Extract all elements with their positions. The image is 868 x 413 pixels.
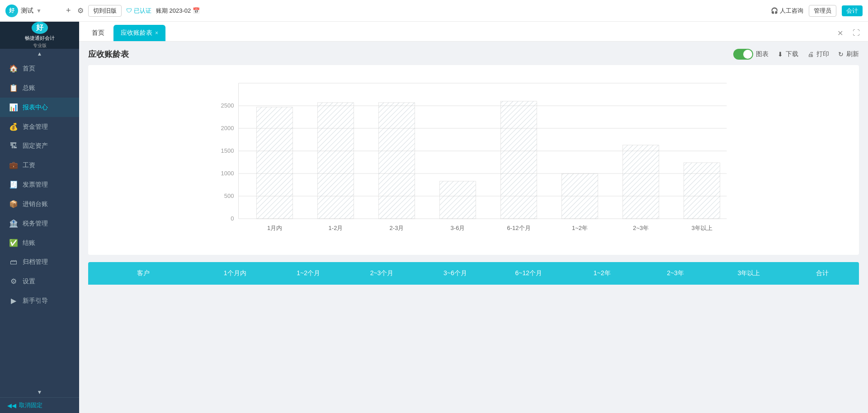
certified-badge: 🛡 已认证 xyxy=(126,7,151,15)
sidebar-item-label-reports: 报表中心 xyxy=(23,103,48,112)
toggle-switch[interactable] xyxy=(733,49,753,60)
tax-icon: 🏦 xyxy=(9,219,18,228)
sidebar-scroll-down[interactable]: ▼ xyxy=(0,387,79,397)
svg-text:1-2月: 1-2月 xyxy=(329,225,343,231)
svg-rect-29 xyxy=(684,163,720,219)
svg-rect-17 xyxy=(318,103,354,219)
sidebar-scroll-up[interactable]: ▲ xyxy=(0,49,79,59)
chart-toggle-label: 图表 xyxy=(756,50,769,58)
table-header-cell: 2~3个月 xyxy=(345,262,418,285)
refresh-icon: ↻ xyxy=(838,51,844,58)
company-arrow-icon: ▼ xyxy=(36,8,42,14)
tab-home[interactable]: 首页 xyxy=(85,25,112,41)
help-label: 人工咨询 xyxy=(780,7,803,15)
sidebar-nav: 🏠 首页 📋 总账 📊 报表中心 💰 资金管理 🏗 固定资产 💼 工资 🧾 发票… xyxy=(0,59,79,387)
chart-area: 0 500 1000 1500 2000 2500 xyxy=(97,74,850,246)
switch-old-version-button[interactable]: 切到旧版 xyxy=(88,5,122,17)
bar-chart: 0 500 1000 1500 2000 2500 xyxy=(97,74,850,246)
page-actions: 图表 ⬇ 下载 🖨 打印 ↻ 刷新 xyxy=(733,49,859,60)
sidebar-item-tax[interactable]: 🏦 税务管理 xyxy=(0,214,79,233)
svg-text:2500: 2500 xyxy=(221,102,234,109)
svg-rect-27 xyxy=(623,145,659,219)
sidebar-item-label-sales: 进销台账 xyxy=(23,200,48,208)
sidebar-item-label-settings: 设置 xyxy=(23,277,35,286)
sidebar-item-ledger[interactable]: 📋 总账 xyxy=(0,78,79,98)
role-button[interactable]: 会计 xyxy=(842,5,863,16)
chart-toggle[interactable]: 图表 xyxy=(733,49,769,60)
sidebar-item-payroll[interactable]: 💼 工资 xyxy=(0,155,79,175)
sidebar-item-settings[interactable]: ⚙ 设置 xyxy=(0,272,79,291)
sidebar: 好 畅捷通好会计 专业版 ▲ 🏠 首页 📋 总账 📊 报表中心 💰 资金管理 🏗… xyxy=(0,22,79,413)
chart-container: 0 500 1000 1500 2000 2500 xyxy=(88,65,859,255)
svg-text:1月内: 1月内 xyxy=(267,225,282,231)
period-display: 账期 2023-02 📅 xyxy=(156,7,200,15)
archive-icon: 🗃 xyxy=(9,258,18,266)
payroll-icon: 💼 xyxy=(9,161,18,169)
sidebar-item-label-invoice: 发票管理 xyxy=(23,181,48,189)
period-label: 账期 xyxy=(156,7,168,15)
company-selector[interactable]: 好 测试 ▼ xyxy=(5,5,60,17)
sidebar-item-invoice[interactable]: 🧾 发票管理 xyxy=(0,175,79,194)
admin-button[interactable]: 管理员 xyxy=(809,5,836,17)
tab-bar-actions: ✕ ⛶ xyxy=(834,27,863,41)
svg-text:2~3年: 2~3年 xyxy=(633,225,649,231)
svg-rect-15 xyxy=(257,107,293,219)
sidebar-item-assets[interactable]: 🏗 固定资产 xyxy=(0,136,79,155)
table-header-cell: 合计 xyxy=(786,262,859,285)
sidebar-item-archive[interactable]: 🗃 归档管理 xyxy=(0,253,79,272)
headset-icon: 🎧 xyxy=(771,7,778,14)
logo-text: 畅捷通好会计 xyxy=(25,35,55,42)
sidebar-item-label-close: 结账 xyxy=(23,239,35,247)
expand-button[interactable]: ⛶ xyxy=(850,27,863,39)
print-button[interactable]: 🖨 打印 xyxy=(807,50,829,58)
table-header-cell: 3~6个月 xyxy=(419,262,492,285)
sidebar-item-reports[interactable]: 📊 报表中心 xyxy=(0,98,79,117)
tab-close-ar-aging[interactable]: × xyxy=(155,30,158,36)
refresh-button[interactable]: ↻ 刷新 xyxy=(838,50,859,58)
table-header-cell: 客户 xyxy=(88,262,198,285)
settings-icon: ⚙ xyxy=(9,277,18,286)
svg-text:6-12个月: 6-12个月 xyxy=(507,225,530,231)
assets-icon: 🏗 xyxy=(9,142,18,150)
sidebar-pin-button[interactable]: ◀◀ 取消固定 xyxy=(0,397,79,413)
sidebar-item-label-payroll: 工资 xyxy=(23,161,35,169)
help-button[interactable]: 🎧 人工咨询 xyxy=(771,7,803,15)
sidebar-item-label-assets: 固定资产 xyxy=(23,142,48,150)
svg-text:1000: 1000 xyxy=(221,170,234,177)
add-company-button[interactable]: + xyxy=(64,6,73,15)
reports-icon: 📊 xyxy=(9,103,18,112)
sales-icon: 📦 xyxy=(9,200,18,208)
close-tab-button[interactable]: ✕ xyxy=(834,27,846,39)
sidebar-item-funds[interactable]: 💰 资金管理 xyxy=(0,117,79,136)
pin-icon: ◀◀ xyxy=(7,402,16,409)
settings-icon[interactable]: ⚙ xyxy=(77,6,84,15)
download-button[interactable]: ⬇ 下载 xyxy=(778,50,798,58)
sidebar-item-sales[interactable]: 📦 进销台账 xyxy=(0,194,79,214)
svg-text:2-3月: 2-3月 xyxy=(390,225,404,231)
download-icon: ⬇ xyxy=(778,51,783,58)
svg-text:1~2年: 1~2年 xyxy=(572,225,588,231)
svg-rect-21 xyxy=(440,181,476,219)
print-icon: 🖨 xyxy=(807,51,814,58)
page-header: 应收账龄表 图表 ⬇ 下载 🖨 打印 ↻ xyxy=(88,49,859,60)
calendar-icon[interactable]: 📅 xyxy=(193,7,200,14)
sidebar-item-guide[interactable]: ▶ 新手引导 xyxy=(0,291,79,310)
logo-badge: 专业版 xyxy=(33,42,47,49)
sidebar-item-label-archive: 归档管理 xyxy=(23,258,48,266)
table-header-cell: 6~12个月 xyxy=(492,262,565,285)
table-header: 客户1个月内1~2个月2~3个月3~6个月6~12个月1~2年2~3年3年以上合… xyxy=(88,262,859,285)
sidebar-item-label-home: 首页 xyxy=(23,65,35,73)
invoice-icon: 🧾 xyxy=(9,180,18,189)
sidebar-item-close[interactable]: ✅ 结账 xyxy=(0,233,79,253)
sidebar-item-home[interactable]: 🏠 首页 xyxy=(0,59,79,78)
table-header-cell: 2~3年 xyxy=(639,262,712,285)
svg-rect-23 xyxy=(501,101,537,219)
content-area: 首页应收账龄表× ✕ ⛶ 应收账龄表 图表 ⬇ 下载 xyxy=(79,22,868,413)
download-label: 下载 xyxy=(786,50,798,58)
main-layout: 好 畅捷通好会计 专业版 ▲ 🏠 首页 📋 总账 📊 报表中心 💰 资金管理 🏗… xyxy=(0,22,868,413)
pin-label: 取消固定 xyxy=(19,401,42,409)
sidebar-item-label-tax: 税务管理 xyxy=(23,220,48,228)
sidebar-item-label-guide: 新手引导 xyxy=(23,297,48,305)
tab-ar-aging[interactable]: 应收账龄表× xyxy=(113,25,165,41)
topbar: 好 测试 ▼ + ⚙ 切到旧版 🛡 已认证 账期 2023-02 📅 🎧 人工咨… xyxy=(0,0,868,22)
